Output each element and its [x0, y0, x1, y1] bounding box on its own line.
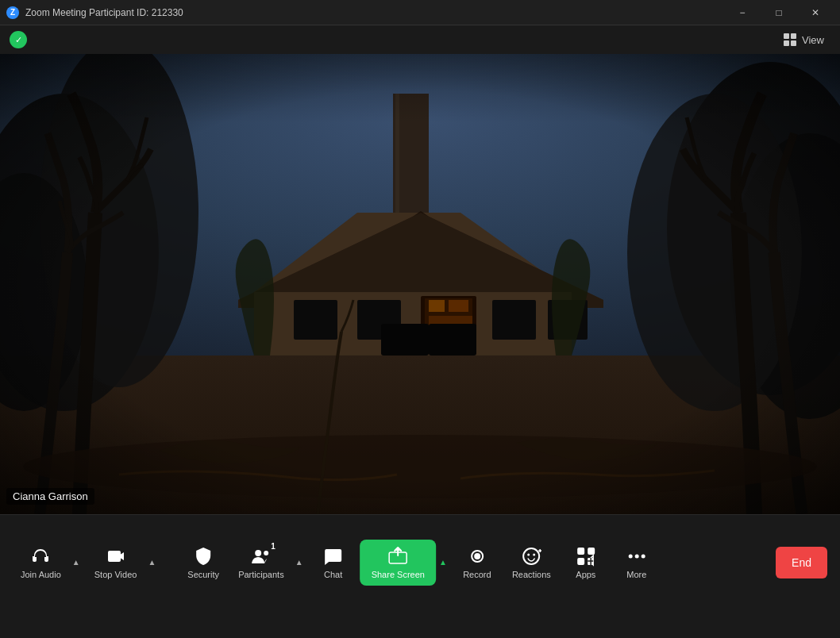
- participants-button[interactable]: 1 Participants: [230, 540, 291, 586]
- svg-rect-0: [784, 33, 789, 39]
- apps-label: Apps: [576, 570, 595, 579]
- stop-video-chevron[interactable]: ▲: [144, 547, 159, 578]
- svg-rect-3: [791, 40, 796, 46]
- title-text: Zoom Meeting Participant ID: 212330: [25, 7, 183, 18]
- apps-icon: [576, 546, 596, 567]
- minimize-button[interactable]: −: [724, 0, 761, 25]
- toolbar: Join Audio ▲ Stop Video ▲: [0, 514, 840, 609]
- end-button[interactable]: End: [776, 547, 827, 578]
- toolbar-center: Security 1 Participants ▲: [179, 540, 661, 586]
- participants-label: Participants: [238, 570, 283, 579]
- security-button[interactable]: Security: [179, 540, 227, 586]
- security-label: Security: [187, 570, 219, 579]
- more-label: More: [626, 570, 646, 579]
- share-screen-label: Share Screen: [372, 570, 425, 579]
- toolbar-left: Join Audio ▲ Stop Video ▲: [13, 540, 159, 586]
- stop-video-label: Stop Video: [94, 570, 137, 579]
- apps-button[interactable]: Apps: [562, 540, 610, 586]
- toolbar-right: End: [776, 547, 827, 578]
- chat-label: Chat: [324, 570, 342, 579]
- people-icon: 1: [250, 546, 272, 567]
- svg-rect-2: [784, 40, 789, 46]
- record-icon: [467, 546, 487, 567]
- chat-button[interactable]: Chat: [310, 540, 357, 586]
- share-icon: [387, 546, 408, 567]
- svg-point-38: [474, 553, 480, 559]
- svg-rect-33: [0, 54, 840, 514]
- record-label: Record: [463, 570, 491, 579]
- view-label: View: [802, 34, 824, 46]
- more-button[interactable]: More: [613, 540, 661, 586]
- security-shield-badge: ✓: [10, 31, 27, 48]
- reactions-label: Reactions: [512, 570, 551, 579]
- svg-point-39: [523, 548, 539, 564]
- record-button[interactable]: Record: [453, 540, 501, 586]
- title-left: Z Zoom Meeting Participant ID: 212330: [6, 6, 183, 19]
- video-scene: [0, 54, 840, 514]
- reactions-button[interactable]: Reactions: [504, 540, 559, 586]
- svg-rect-46: [577, 558, 584, 565]
- join-audio-label: Join Audio: [21, 570, 61, 579]
- window-controls: − □ ✕: [724, 0, 834, 25]
- participant-name-text: Cianna Garrison: [13, 490, 88, 502]
- close-button[interactable]: ✕: [797, 0, 834, 25]
- emoji-icon: [521, 546, 541, 567]
- chat-icon: [323, 546, 344, 567]
- share-screen-button[interactable]: Share Screen: [360, 540, 436, 586]
- svg-point-35: [264, 551, 268, 555]
- grid-icon: [783, 33, 797, 47]
- camera-icon: [106, 546, 126, 567]
- stop-video-button[interactable]: Stop Video: [87, 540, 145, 586]
- join-audio-group: Join Audio ▲: [13, 540, 83, 586]
- svg-point-41: [533, 553, 535, 555]
- top-bar: ✓ View: [0, 25, 840, 54]
- maximize-button[interactable]: □: [761, 0, 797, 25]
- join-audio-button[interactable]: Join Audio: [13, 540, 69, 586]
- app-icon: Z: [6, 6, 19, 19]
- svg-point-48: [628, 554, 632, 558]
- svg-point-50: [641, 554, 645, 558]
- stop-video-group: Stop Video ▲: [87, 540, 160, 586]
- svg-point-40: [527, 553, 530, 555]
- view-button[interactable]: View: [776, 29, 830, 50]
- shield-icon: [193, 546, 214, 567]
- participants-count: 1: [271, 543, 276, 551]
- share-screen-chevron[interactable]: ▲: [436, 547, 450, 578]
- dots-icon: [626, 546, 647, 567]
- participant-name-label: Cianna Garrison: [6, 488, 94, 505]
- svg-rect-45: [588, 548, 595, 555]
- svg-rect-1: [791, 33, 796, 39]
- svg-point-49: [634, 554, 638, 558]
- video-area: Cianna Garrison: [0, 54, 840, 514]
- headphone-icon: [30, 546, 51, 567]
- participants-chevron[interactable]: ▲: [292, 547, 306, 578]
- shield-check-icon: ✓: [15, 35, 22, 45]
- share-screen-group: Share Screen ▲: [360, 540, 450, 586]
- join-audio-chevron[interactable]: ▲: [69, 547, 83, 578]
- svg-rect-44: [577, 548, 584, 555]
- svg-point-34: [255, 550, 261, 556]
- participants-group: 1 Participants ▲: [230, 540, 306, 586]
- title-bar: Z Zoom Meeting Participant ID: 212330 − …: [0, 0, 840, 25]
